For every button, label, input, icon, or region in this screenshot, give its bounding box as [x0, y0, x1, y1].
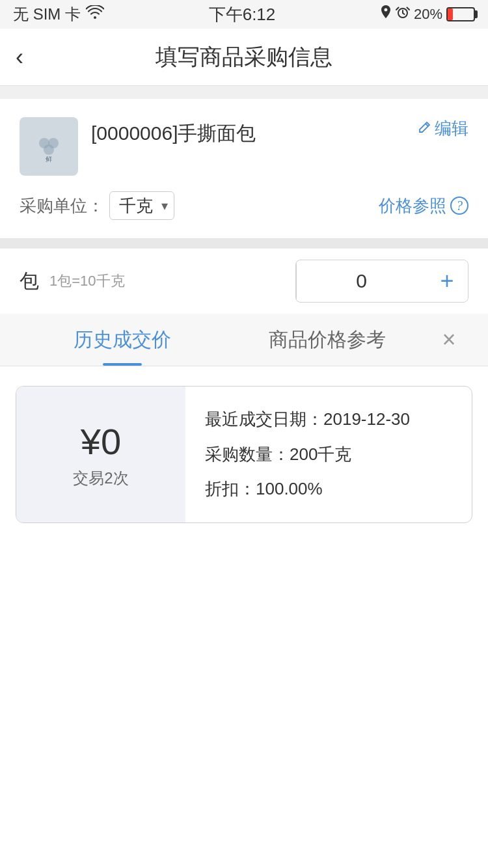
page-rest — [0, 543, 488, 868]
price-card-right: 最近成交日期：2019-12-30 采购数量：200千克 折扣：100.00% — [185, 387, 472, 522]
recent-date-label: 最近成交日期： — [205, 409, 323, 429]
product-image: 鲜 — [20, 117, 78, 176]
recent-date-value: 2019-12-30 — [323, 409, 410, 429]
tabs-header: 历史成交价 商品价格参考 × — [0, 314, 488, 366]
section-divider — [0, 238, 488, 249]
unit-label: 采购单位： — [20, 195, 104, 217]
status-right: 20% — [380, 5, 475, 23]
price-card-left: ¥0 交易2次 — [16, 387, 185, 522]
product-top: 鲜 [0000006]手撕面包 编辑 — [20, 117, 468, 176]
quantity-value[interactable]: 0 — [296, 260, 426, 302]
recent-date-row: 最近成交日期：2019-12-30 — [205, 406, 452, 433]
tab-product-price[interactable]: 商品价格参考 — [224, 314, 429, 366]
status-left: 无 SIM 卡 — [13, 4, 104, 25]
svg-point-5 — [44, 144, 54, 155]
page-title: 填写商品采购信息 — [156, 42, 332, 72]
quantity-control: 0 + — [295, 260, 468, 303]
quantity-label: 包 1包=10千克 — [20, 268, 125, 295]
tab-close-button[interactable]: × — [429, 314, 468, 366]
battery-percent: 20% — [414, 6, 442, 23]
price-value: 0 — [101, 421, 121, 462]
purchase-qty-row: 采购数量：200千克 — [205, 441, 452, 468]
price-ref-label: 价格参照 — [379, 195, 446, 217]
tab-history-label: 历史成交价 — [74, 327, 171, 353]
currency-symbol: ¥ — [81, 421, 101, 462]
product-bottom: 采购单位： 千克 斤 个 价格参照 ? — [20, 191, 468, 220]
unit-section: 采购单位： 千克 斤 个 — [20, 191, 174, 220]
purchase-qty-value: 200千克 — [290, 444, 351, 464]
product-info: 鲜 [0000006]手撕面包 — [20, 117, 256, 176]
product-card: 鲜 [0000006]手撕面包 编辑 采购单位： 千克 斤 个 — [0, 99, 488, 238]
status-bar: 无 SIM 卡 下午6:12 20% — [0, 0, 488, 29]
unit-select-wrap[interactable]: 千克 斤 个 — [109, 191, 174, 220]
discount-row: 折扣：100.00% — [205, 476, 452, 503]
battery-icon — [446, 7, 475, 21]
tab-product-label: 商品价格参考 — [269, 327, 386, 353]
trade-count: 交易2次 — [73, 468, 128, 489]
purchase-qty-label: 采购数量： — [205, 444, 290, 464]
page-header: ‹ 填写商品采购信息 — [0, 29, 488, 86]
discount-label: 折扣： — [205, 479, 256, 498]
svg-line-2 — [403, 13, 405, 14]
price-amount: ¥0 — [81, 420, 121, 463]
unit-select[interactable]: 千克 斤 个 — [109, 191, 174, 220]
price-cards: ¥0 交易2次 最近成交日期：2019-12-30 采购数量：200千克 折扣：… — [0, 366, 488, 543]
svg-text:鲜: 鲜 — [46, 156, 52, 163]
no-sim-label: 无 SIM 卡 — [13, 4, 81, 25]
edit-icon — [418, 118, 432, 139]
quantity-unit: 包 — [20, 268, 39, 295]
quantity-row: 包 1包=10千克 0 + — [0, 249, 488, 314]
location-icon — [380, 5, 392, 23]
wifi-icon — [86, 5, 104, 23]
tab-history-price[interactable]: 历史成交价 — [20, 314, 224, 366]
quantity-plus-button[interactable]: + — [426, 260, 468, 302]
product-name: [0000006]手撕面包 — [91, 117, 256, 147]
help-icon: ? — [450, 197, 468, 215]
edit-label: 编辑 — [435, 117, 468, 140]
price-card-item: ¥0 交易2次 最近成交日期：2019-12-30 采购数量：200千克 折扣：… — [16, 386, 472, 523]
quantity-hint: 1包=10千克 — [49, 271, 125, 291]
discount-value: 100.00% — [256, 479, 323, 498]
tabs-section: 历史成交价 商品价格参考 × ¥0 交易2次 最近成交日期：2019-12-30… — [0, 314, 488, 543]
status-time: 下午6:12 — [209, 3, 276, 26]
alarm-icon — [396, 5, 410, 23]
back-button[interactable]: ‹ — [16, 44, 23, 71]
price-reference-btn[interactable]: 价格参照 ? — [379, 195, 468, 217]
edit-button[interactable]: 编辑 — [418, 117, 468, 140]
